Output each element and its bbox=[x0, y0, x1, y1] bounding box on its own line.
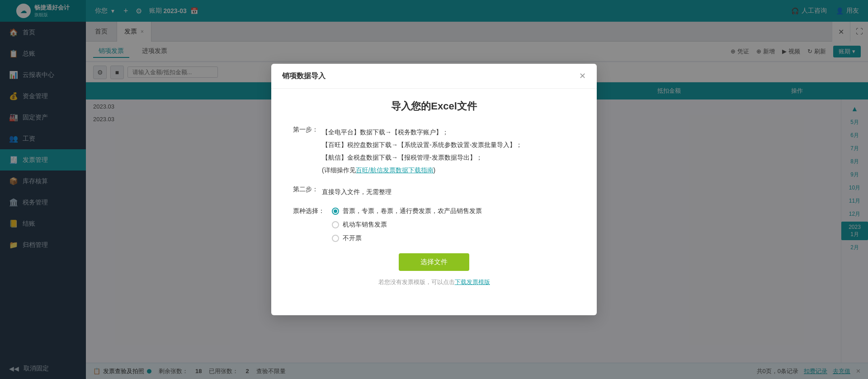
radio-circle-1 bbox=[332, 208, 339, 215]
select-file-button[interactable]: 选择文件 bbox=[399, 253, 469, 271]
footer-prefix: 若您没有发票模版，可以点击 bbox=[378, 279, 455, 285]
radio-label-2: 机动车销售发票 bbox=[343, 221, 387, 229]
radio-label-3: 不开票 bbox=[343, 234, 362, 242]
step1-line2: 【百旺】税控盘数据下载→【系统设置-系统参数设置-发票批量导入】； bbox=[322, 138, 522, 151]
select-file-section: 选择文件 bbox=[293, 253, 575, 271]
step1-label: 第一步： bbox=[293, 126, 318, 134]
step1-link-prefix: (详细操作见 bbox=[322, 166, 356, 174]
modal-title: 销项数据导入 bbox=[282, 71, 326, 81]
step-1: 第一步： 【全电平台】数据下载→【税务数字账户】； 【百旺】税控盘数据下载→【系… bbox=[293, 126, 575, 176]
modal-footer: 若您没有发票模版，可以点击下载发票模版 bbox=[293, 278, 575, 286]
step1-link-suffix: ) bbox=[434, 166, 436, 174]
step-2: 第二步： 直接导入文件，无需整理 bbox=[293, 185, 575, 198]
step1-content: 【全电平台】数据下载→【税务数字账户】； 【百旺】税控盘数据下载→【系统设置-系… bbox=[322, 126, 522, 176]
step2-label: 第二步： bbox=[293, 185, 318, 194]
radio-circle-2 bbox=[332, 221, 339, 228]
modal-body: 导入您的Excel文件 第一步： 【全电平台】数据下载→【税务数字账户】； 【百… bbox=[271, 89, 597, 297]
modal-overlay: 销项数据导入 ✕ 导入您的Excel文件 第一步： 【全电平台】数据下载→【税务… bbox=[0, 0, 868, 379]
step1-guide-link[interactable]: 百旺/航信发票数据下载指南 bbox=[356, 166, 434, 174]
step2-content: 直接导入文件，无需整理 bbox=[322, 185, 392, 198]
modal-close-button[interactable]: ✕ bbox=[579, 71, 586, 81]
step1-line3: 【航信】金税盘数据下载→【报税管理-发票数据导出】； bbox=[322, 151, 522, 164]
modal-header: 销项数据导入 ✕ bbox=[271, 64, 597, 89]
modal-main-title: 导入您的Excel文件 bbox=[293, 99, 575, 113]
download-template-link[interactable]: 下载发票模版 bbox=[455, 279, 490, 285]
ticket-section: 票种选择： 普票，专票，卷票，通行费发票，农产品销售发票 机动车销售 bbox=[293, 207, 575, 242]
radio-dot-1 bbox=[334, 209, 337, 213]
radio-option-2[interactable]: 机动车销售发票 bbox=[332, 221, 482, 229]
radio-circle-3 bbox=[332, 235, 339, 242]
radio-option-3[interactable]: 不开票 bbox=[332, 234, 482, 242]
import-modal: 销项数据导入 ✕ 导入您的Excel文件 第一步： 【全电平台】数据下载→【税务… bbox=[271, 64, 597, 315]
radio-label-1: 普票，专票，卷票，通行费发票，农产品销售发票 bbox=[343, 207, 482, 215]
ticket-label: 票种选择： bbox=[293, 207, 325, 215]
radio-option-1[interactable]: 普票，专票，卷票，通行费发票，农产品销售发票 bbox=[332, 207, 482, 215]
step1-line1: 【全电平台】数据下载→【税务数字账户】； bbox=[322, 126, 522, 138]
radio-group: 普票，专票，卷票，通行费发票，农产品销售发票 机动车销售发票 不开票 bbox=[328, 207, 482, 242]
step1-link-line: (详细操作见百旺/航信发票数据下载指南) bbox=[322, 164, 522, 176]
